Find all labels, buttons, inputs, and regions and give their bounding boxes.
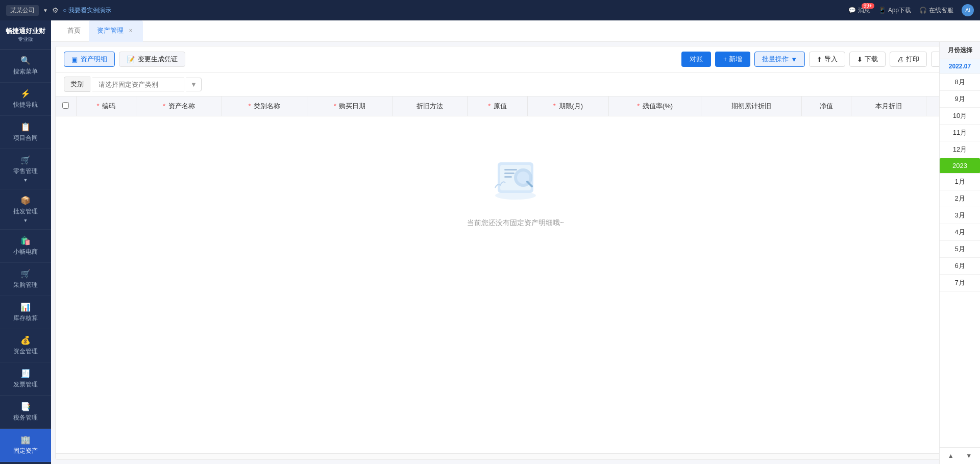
month-item-8[interactable]: 8月 [940, 74, 980, 91]
table-header-row: * 编码 * 资产名称 * 类别名称 [56, 96, 975, 116]
month-panel-header: 月份选择 [940, 42, 980, 59]
col-purchase-date: * 购买日期 [307, 96, 392, 116]
col-period: * 期限(月) [527, 96, 608, 116]
month-item-3[interactable]: 3月 [940, 207, 980, 224]
message-badge: 99+ [862, 3, 874, 9]
search-icon: 🔍 [20, 56, 31, 65]
batch-arrow-icon: ▼ [791, 56, 797, 63]
top-bar: 某某公司 ▼ ⚙ ○ 我要看实例演示 💬 消息 99+ 📱 App下载 🎧 在线… [0, 0, 980, 20]
month-item-10[interactable]: 10月 [940, 108, 980, 125]
sidebar-item-wholesale[interactable]: 📦 批发管理 ▼ [0, 189, 51, 230]
category-arrow-icon[interactable]: ▼ [186, 78, 202, 91]
month-panel-collapse-button[interactable]: ▶ [939, 243, 940, 263]
tax-icon: 📑 [20, 402, 31, 411]
headset-icon: 🎧 [919, 7, 927, 14]
sidebar-item-invoice[interactable]: 🧾 发票管理 [0, 362, 51, 396]
sidebar-item-retail[interactable]: 🛒 零售管理 ▼ [0, 149, 51, 189]
month-prev-button[interactable]: ▲ [945, 450, 957, 462]
month-item-9[interactable]: 9月 [940, 91, 980, 108]
wholesale-icon: 📦 [20, 196, 31, 205]
month-item-7[interactable]: 7月 [940, 275, 980, 291]
col-original-value: * 原值 [468, 96, 528, 116]
download-button[interactable]: ⬇ 下载 [849, 52, 886, 67]
month-item-4[interactable]: 4月 [940, 224, 980, 241]
subtab-voucher[interactable]: 📝 变更生成凭证 [119, 52, 185, 67]
inventory-icon: 📊 [20, 302, 31, 312]
retail-arrow-icon: ▼ [23, 178, 28, 183]
month-panel: ▶ 月份选择 2022.07 8月 9月 10月 11月 12月 2023 1月… [939, 42, 980, 464]
print-button[interactable]: 🖨 打印 [890, 52, 927, 67]
purchase-icon: 🛒 [20, 269, 31, 279]
col-monthly-depreciation: 本月折旧 [851, 96, 926, 116]
col-residual-rate: * 残值率(%) [609, 96, 701, 116]
company-name[interactable]: 某某公司 [6, 5, 39, 16]
sidebar-item-project[interactable]: 📋 项目合同 [0, 116, 51, 149]
month-current-badge[interactable]: 2023 [940, 158, 980, 174]
quicknav-icon: ⚡ [20, 89, 31, 99]
sidebar-item-inventory[interactable]: 📊 库存核算 [0, 296, 51, 329]
reconcile-button[interactable]: 对账 [681, 52, 711, 67]
sidebar-item-ecommerce[interactable]: 🛍️ 小畅电商 [0, 230, 51, 263]
app-download-icon: 📱 [878, 7, 886, 14]
empty-illustration [485, 147, 546, 208]
message-button[interactable]: 💬 消息 99+ [848, 6, 870, 15]
tab-asset[interactable]: 资产管理 × [89, 20, 143, 42]
month-item-5[interactable]: 5月 [940, 241, 980, 258]
company-dropdown-icon[interactable]: ▼ [43, 8, 48, 13]
bottom-scrollbar[interactable] [56, 453, 975, 459]
col-code: * 编码 [76, 96, 136, 116]
subtab-detail[interactable]: ▣ 资产明细 [64, 52, 115, 67]
add-button[interactable]: + 新增 [715, 52, 750, 67]
sidebar: 畅捷通好业财 专业版 🔍 搜索菜单 ⚡ 快捷导航 📋 项目合同 🛒 零售管理 ▼… [0, 20, 51, 464]
col-name: * 资产名称 [136, 96, 222, 116]
wholesale-arrow-icon: ▼ [23, 218, 28, 223]
sidebar-item-fixedasset[interactable]: 🏢 固定资产 [0, 429, 51, 462]
month-item-12[interactable]: 12月 [940, 141, 980, 158]
month-item-2[interactable]: 2月 [940, 190, 980, 207]
sidebar-item-purchase[interactable]: 🛒 采购管理 [0, 263, 51, 296]
sidebar-item-search[interactable]: 🔍 搜索菜单 [0, 50, 51, 83]
app-download-button[interactable]: 📱 App下载 [878, 6, 911, 15]
import-button[interactable]: ⬆ 导入 [809, 52, 845, 67]
retail-icon: 🛒 [20, 155, 31, 165]
empty-message: 当前您还没有固定资产明细哦~ [467, 218, 564, 228]
month-item-6[interactable]: 6月 [940, 258, 980, 275]
month-item-11[interactable]: 11月 [940, 125, 980, 141]
finance-icon: 💰 [20, 335, 31, 345]
asset-table: * 编码 * 资产名称 * 类别名称 [56, 96, 975, 116]
select-all-checkbox[interactable] [62, 102, 69, 109]
sidebar-item-quicknav[interactable]: ⚡ 快捷导航 [0, 83, 51, 116]
filter-bar: 类别 ▼ [56, 72, 975, 96]
brand-sub: 专业版 [4, 36, 47, 43]
avatar[interactable]: Ai [962, 4, 974, 16]
col-depreciation-method: 折旧方法 [393, 96, 468, 116]
sidebar-item-salary[interactable]: 💵 工资 [0, 462, 51, 464]
demo-link[interactable]: ○ 我要看实例演示 [63, 6, 111, 15]
voucher-tab-icon: 📝 [127, 56, 135, 63]
month-item-1[interactable]: 1月 [940, 174, 980, 190]
category-input[interactable] [92, 78, 184, 91]
brand: 畅捷通好业财 专业版 [0, 20, 51, 50]
svg-rect-6 [504, 169, 517, 170]
batch-label: 批量操作 [762, 55, 789, 64]
page-content: ▣ 资产明细 📝 变更生成凭证 对账 + 新增 批量操作 ▼ [51, 42, 980, 464]
settings-icon[interactable]: ⚙ [52, 6, 59, 14]
subtab-voucher-label: 变更生成凭证 [138, 55, 178, 64]
sub-tabs: ▣ 资产明细 📝 变更生成凭证 对账 + 新增 批量操作 ▼ [56, 46, 975, 72]
online-service-button[interactable]: 🎧 在线客服 [919, 6, 953, 15]
month-year-2022[interactable]: 2022.07 [940, 59, 980, 74]
month-next-button[interactable]: ▼ [963, 450, 975, 462]
detail-tab-icon: ▣ [71, 56, 78, 63]
tab-home-label: 首页 [67, 26, 81, 35]
print-icon: 🖨 [897, 56, 904, 63]
sidebar-item-finance[interactable]: 💰 资金管理 [0, 329, 51, 362]
col-net-value: 净值 [801, 96, 851, 116]
sidebar-item-tax[interactable]: 📑 税务管理 [0, 396, 51, 429]
month-list: 2022.07 8月 9月 10月 11月 12月 2023 1月 2月 3月 … [940, 59, 980, 447]
top-bar-right: 💬 消息 99+ 📱 App下载 🎧 在线客服 Ai [848, 4, 974, 16]
tab-close-icon[interactable]: × [127, 27, 135, 35]
category-label: 类别 [64, 77, 90, 92]
content-area: 首页 资产管理 × ▣ 资产明细 📝 变更生成凭证 [51, 20, 980, 464]
batch-button[interactable]: 批量操作 ▼ [754, 52, 805, 67]
tab-home[interactable]: 首页 [59, 20, 89, 42]
